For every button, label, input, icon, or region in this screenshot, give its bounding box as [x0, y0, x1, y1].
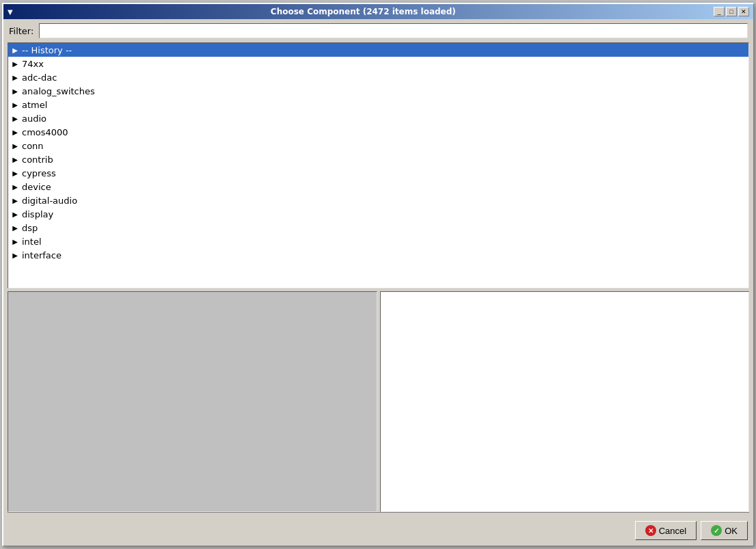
list-item-label: digital-audio [22, 196, 77, 206]
ok-icon: ✓ [711, 525, 722, 536]
expand-arrow-icon: ▶ [11, 46, 19, 54]
list-item[interactable]: ▶cmos4000 [8, 125, 748, 139]
list-item-label: atmel [22, 100, 47, 110]
list-item[interactable]: ▶intel [8, 235, 748, 248]
expand-arrow-icon: ▶ [11, 183, 19, 191]
list-item-label: contrib [22, 155, 53, 165]
cancel-label: Cancel [659, 526, 686, 536]
button-row: ✕ Cancel ✓ OK [3, 515, 753, 546]
expand-arrow-icon: ▶ [11, 60, 19, 68]
list-item-label: dsp [22, 223, 38, 233]
list-item[interactable]: ▶-- History -- [8, 43, 748, 57]
list-item-label: 74xx [22, 59, 44, 69]
list-item-label: adc-dac [22, 72, 57, 83]
list-item[interactable]: ▶digital-audio [8, 193, 748, 207]
maximize-button[interactable]: □ [726, 7, 737, 16]
list-item-label: -- History -- [22, 45, 72, 55]
list-item[interactable]: ▶conn [8, 139, 748, 152]
list-item-label: cmos4000 [22, 127, 68, 137]
expand-arrow-icon: ▶ [11, 156, 19, 163]
filter-row: Filter: [3, 19, 753, 42]
list-item[interactable]: ▶dsp [8, 221, 748, 235]
expand-arrow-icon: ▶ [11, 129, 19, 136]
titlebar-arrow-icon: ▼ [8, 8, 13, 16]
list-item[interactable]: ▶display [8, 207, 748, 221]
dialog: ▼ Choose Component (2472 items loaded) _… [2, 3, 754, 546]
dialog-title: Choose Component (2472 items loaded) [13, 7, 714, 16]
minimize-button[interactable]: _ [714, 7, 725, 16]
expand-arrow-icon: ▶ [11, 238, 19, 245]
list-item[interactable]: ▶cypress [8, 166, 748, 180]
list-item[interactable]: ▶device [8, 180, 748, 193]
list-item-label: audio [22, 113, 46, 124]
expand-arrow-icon: ▶ [11, 197, 19, 204]
component-list-scroll[interactable]: ▶-- History --▶74xx▶adc-dac▶analog_switc… [8, 43, 748, 288]
list-item[interactable]: ▶adc-dac [8, 70, 748, 84]
preview-panel [8, 291, 377, 512]
list-item-label: intel [22, 237, 42, 247]
list-item-label: analog_switches [22, 86, 95, 96]
cancel-icon: ✕ [645, 525, 656, 536]
component-list-container: ▶-- History --▶74xx▶adc-dac▶analog_switc… [8, 42, 749, 289]
expand-arrow-icon: ▶ [11, 88, 19, 95]
list-item-label: display [22, 209, 53, 219]
list-item[interactable]: ▶74xx [8, 57, 748, 70]
expand-arrow-icon: ▶ [11, 74, 19, 81]
expand-arrow-icon: ▶ [11, 115, 19, 122]
titlebar-left: ▼ [8, 8, 13, 16]
filter-input[interactable] [39, 23, 748, 38]
expand-arrow-icon: ▶ [11, 211, 19, 218]
list-item[interactable]: ▶atmel [8, 98, 748, 111]
filter-label: Filter: [9, 26, 33, 36]
list-item[interactable]: ▶analog_switches [8, 84, 748, 98]
expand-arrow-icon: ▶ [11, 224, 19, 232]
list-item-label: device [22, 182, 51, 192]
cancel-button[interactable]: ✕ Cancel [635, 521, 697, 540]
titlebar-buttons: _ □ ✕ [714, 7, 749, 16]
list-item-label: interface [22, 250, 62, 260]
bottom-panels [8, 291, 749, 512]
expand-arrow-icon: ▶ [11, 142, 19, 150]
list-item-label: conn [22, 141, 44, 151]
close-button[interactable]: ✕ [738, 7, 749, 16]
separator [8, 512, 749, 513]
expand-arrow-icon: ▶ [11, 101, 19, 109]
ok-label: OK [725, 526, 738, 536]
titlebar: ▼ Choose Component (2472 items loaded) _… [3, 4, 753, 19]
list-item[interactable]: ▶audio [8, 111, 748, 125]
info-panel [380, 291, 750, 512]
main-content: ▶-- History --▶74xx▶adc-dac▶analog_switc… [3, 42, 753, 512]
expand-arrow-icon: ▶ [11, 252, 19, 259]
expand-arrow-icon: ▶ [11, 170, 19, 177]
list-item-label: cypress [22, 168, 56, 178]
ok-button[interactable]: ✓ OK [701, 521, 748, 540]
list-item[interactable]: ▶contrib [8, 152, 748, 166]
list-item[interactable]: ▶interface [8, 248, 748, 262]
